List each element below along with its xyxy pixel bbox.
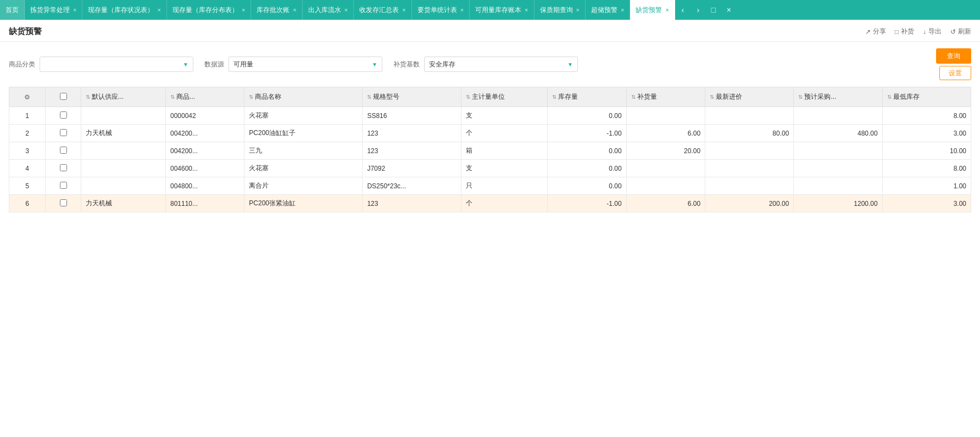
row-checkbox[interactable] (60, 147, 67, 154)
tab-batch-account[interactable]: 库存批次账 × (251, 0, 302, 20)
cell-unit: 个 (461, 195, 548, 212)
replenish-base-label: 补货基数 (393, 60, 420, 69)
tab-close-icon[interactable]: × (344, 7, 348, 13)
th-replenish[interactable]: ⇅ 补货量 (626, 87, 705, 107)
tab-overstock[interactable]: 超储预警 × (586, 0, 630, 20)
share-icon: ↗ (865, 28, 871, 36)
refresh-label: 刷新 (958, 27, 971, 36)
table-row[interactable]: 6 力天机械 801110... PC200张紧油缸 123 个 -1.00 6… (9, 195, 971, 212)
cell-estimated: 480.00 (794, 125, 882, 142)
th-spec-label: 规格型号 (373, 92, 399, 102)
tab-close-icon[interactable]: × (293, 7, 296, 13)
cell-code: 004200... (165, 125, 244, 142)
cell-checkbox[interactable] (46, 195, 81, 212)
cell-estimated: 1200.00 (794, 195, 882, 212)
table-row[interactable]: 3 004200... 三九 123 箱 0.00 20.00 10.00 (9, 142, 971, 160)
th-unit[interactable]: ⇅ 主计量单位 (461, 87, 548, 107)
tab-close-window-btn[interactable]: × (721, 0, 737, 20)
cell-checkbox[interactable] (46, 160, 81, 177)
sort-icon: ⇅ (249, 94, 253, 100)
cell-replenish (626, 107, 705, 125)
row-checkbox[interactable] (60, 111, 67, 119)
tab-stock-status[interactable]: 现存量（库存状况表） × (82, 0, 166, 20)
tab-close-icon[interactable]: × (460, 7, 464, 13)
settings-button[interactable]: 设置 (939, 66, 971, 80)
tab-close-icon[interactable]: × (576, 7, 580, 13)
tab-inout-flow[interactable]: 出入库流水 × (303, 0, 354, 20)
tab-order-stat[interactable]: 要货单统计表 × (412, 0, 470, 20)
sort-icon: ⇅ (798, 94, 803, 100)
tab-close-icon[interactable]: × (665, 7, 669, 13)
replenish-icon: □ (895, 28, 899, 36)
refresh-action[interactable]: ↺ 刷新 (950, 27, 971, 36)
cell-code: 004600... (165, 160, 244, 177)
cell-checkbox[interactable] (46, 125, 81, 142)
tab-close-icon[interactable]: × (621, 7, 624, 13)
column-settings-icon[interactable]: ⚙ (22, 92, 33, 103)
cell-latest-price (705, 107, 794, 125)
tab-next-btn[interactable]: › (691, 0, 706, 20)
table-row[interactable]: 5 004800... 离合片 DS250*23c... 只 0.00 1.00 (9, 177, 971, 195)
tab-available-ledger[interactable]: 可用量库存账本 × (470, 0, 534, 20)
sort-icon: ⇅ (631, 94, 636, 100)
cell-checkbox[interactable] (46, 107, 81, 125)
data-table: ⚙ ⇅ 默认供应... ⇅ 商品... (9, 87, 971, 212)
row-checkbox[interactable] (60, 129, 67, 136)
category-arrow-icon: ▼ (183, 61, 188, 68)
th-checkbox[interactable] (46, 87, 81, 107)
th-settings[interactable]: ⚙ (9, 87, 46, 107)
tab-abnormal[interactable]: 拣货异常处理 × (25, 0, 82, 20)
table-container: ⚙ ⇅ 默认供应... ⇅ 商品... (0, 87, 980, 212)
th-spec[interactable]: ⇅ 规格型号 (363, 87, 461, 107)
cell-unit: 支 (461, 107, 548, 125)
tab-shortage[interactable]: 缺货预警 × (630, 0, 675, 20)
th-latest-price[interactable]: ⇅ 最新进价 (705, 87, 794, 107)
cell-supplier (81, 177, 165, 195)
category-select[interactable]: ▼ (40, 57, 193, 72)
filter-actions: 查询 设置 (936, 48, 971, 80)
row-checkbox[interactable] (60, 164, 67, 171)
th-unit-label: 主计量单位 (472, 92, 505, 102)
tab-receipt-summary[interactable]: 收发存汇总表 × (354, 0, 411, 20)
cell-checkbox[interactable] (46, 177, 81, 195)
th-min-stock[interactable]: ⇅ 最低库存 (882, 87, 971, 107)
table-row[interactable]: 4 004600... 火花塞 J7092 支 0.00 8.00 (9, 160, 971, 177)
th-estimated[interactable]: ⇅ 预计采购... (794, 87, 882, 107)
replenish-base-select[interactable]: 安全库存 ▼ (424, 57, 578, 72)
cell-spec: DS250*23c... (363, 177, 461, 195)
th-supplier[interactable]: ⇅ 默认供应... (81, 87, 165, 107)
cell-min-stock: 3.00 (882, 195, 971, 212)
tab-stock-dist[interactable]: 现存量（库存分布表） × (167, 0, 251, 20)
tab-close-icon[interactable]: × (73, 7, 76, 13)
row-checkbox[interactable] (60, 199, 67, 206)
export-label: 导出 (928, 27, 942, 36)
cell-spec: J7092 (363, 160, 461, 177)
tab-expiry-query[interactable]: 保质期查询 × (534, 0, 586, 20)
tab-close-icon[interactable]: × (242, 7, 245, 13)
tab-label: 现存量（库存分布表） (172, 5, 238, 15)
table-row[interactable]: 1 0000042 火花塞 SS816 支 0.00 8.00 (9, 107, 971, 125)
tab-close-icon[interactable]: × (525, 7, 528, 13)
select-all-checkbox[interactable] (60, 93, 67, 100)
table-row[interactable]: 2 力天机械 004200... PC200油缸缸子 123 个 -1.00 6… (9, 125, 971, 142)
datasource-select[interactable]: 可用量 ▼ (229, 57, 382, 72)
tab-home[interactable]: 首页 (0, 0, 25, 20)
datasource-arrow-icon: ▼ (372, 61, 377, 68)
cell-supplier: 力天机械 (81, 195, 165, 212)
th-stock[interactable]: ⇅ 库存量 (548, 87, 626, 107)
share-action[interactable]: ↗ 分享 (865, 27, 886, 36)
th-name[interactable]: ⇅ 商品名称 (244, 87, 363, 107)
export-action[interactable]: ↓ 导出 (923, 27, 942, 36)
cell-checkbox[interactable] (46, 142, 81, 160)
th-replenish-label: 补货量 (637, 92, 657, 102)
query-button[interactable]: 查询 (936, 48, 971, 64)
th-estimated-label: 预计采购... (804, 92, 836, 102)
th-code[interactable]: ⇅ 商品... (165, 87, 244, 107)
row-checkbox[interactable] (60, 182, 67, 189)
tab-close-icon[interactable]: × (157, 7, 160, 13)
replenish-action[interactable]: □ 补货 (895, 27, 914, 36)
tab-close-icon[interactable]: × (402, 7, 405, 13)
tab-restore-btn[interactable]: □ (706, 0, 721, 20)
replenish-base-arrow-icon: ▼ (567, 61, 573, 68)
tab-prev-btn[interactable]: ‹ (675, 0, 691, 20)
